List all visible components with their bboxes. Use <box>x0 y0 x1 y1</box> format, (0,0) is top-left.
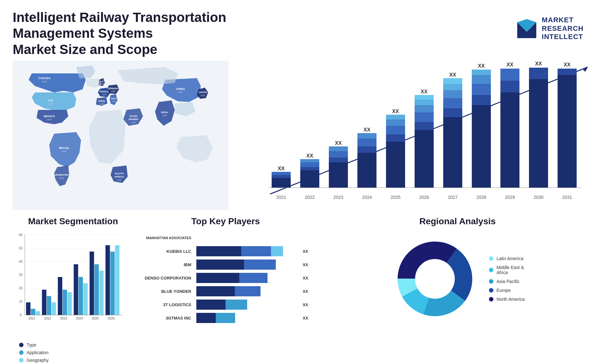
player-name: KUEBIX LLC <box>143 249 194 254</box>
svg-rect-64 <box>386 115 405 119</box>
svg-rect-124 <box>51 302 56 315</box>
player-value: XX <box>303 316 308 320</box>
svg-text:2031: 2031 <box>562 195 572 200</box>
svg-rect-91 <box>500 81 519 92</box>
donut-container: Latin America Middle East &Africa Asia P… <box>318 231 597 323</box>
svg-rect-37 <box>272 178 291 188</box>
growth-bar-chart: XX 2021 XX 2022 XX 2023 XX 2024 <box>241 61 597 210</box>
player-row-kuebix: KUEBIX LLC XX <box>143 246 308 256</box>
player-row-blueyonder: BLUE YONDER XX <box>143 286 308 296</box>
svg-text:XX: XX <box>506 62 513 67</box>
svg-text:xx%: xx% <box>131 121 135 124</box>
svg-rect-50 <box>329 151 348 158</box>
player-name: MANHATTAN ASSOCIATES <box>143 236 194 240</box>
svg-rect-120 <box>36 311 40 315</box>
svg-rect-128 <box>67 292 72 315</box>
svg-rect-87 <box>472 70 491 75</box>
regional-section: Regional Analysis <box>318 216 597 364</box>
legend-latin-america: Latin America <box>489 256 525 261</box>
svg-rect-44 <box>300 162 319 167</box>
bottom-section: Market Segmentation 60 50 40 30 20 10 0 <box>0 210 610 364</box>
svg-text:xx%: xx% <box>117 179 121 181</box>
svg-text:2022: 2022 <box>44 317 51 320</box>
svg-text:2030: 2030 <box>533 195 543 200</box>
svg-text:40: 40 <box>19 260 23 263</box>
svg-rect-85 <box>472 84 491 95</box>
seg-legend-type: Type <box>19 342 133 347</box>
svg-text:20: 20 <box>19 286 23 290</box>
svg-text:50: 50 <box>19 246 23 250</box>
svg-text:10: 10 <box>19 300 23 303</box>
svg-text:xx%: xx% <box>48 102 53 105</box>
svg-rect-56 <box>357 138 376 146</box>
player-bar-container <box>196 286 298 296</box>
seg-legend-geography: Geography <box>19 358 133 363</box>
svg-rect-127 <box>63 290 67 315</box>
player-value: XX <box>303 302 308 307</box>
regional-title: Regional Analysis <box>318 216 597 226</box>
svg-rect-67 <box>415 130 434 188</box>
player-row-manhattan: MANHATTAN ASSOCIATES <box>143 233 308 243</box>
svg-rect-140 <box>115 245 119 315</box>
svg-rect-138 <box>105 245 110 315</box>
donut-chart-svg <box>390 234 479 323</box>
svg-rect-130 <box>74 264 78 315</box>
page-header: Intelligent Railway Transportation Manag… <box>0 0 610 61</box>
svg-text:2026: 2026 <box>108 317 115 320</box>
legend-middle-east-africa: Middle East &Africa <box>489 265 525 275</box>
svg-text:2021: 2021 <box>28 317 36 320</box>
svg-text:2024: 2024 <box>76 317 83 320</box>
svg-rect-43 <box>300 167 319 170</box>
svg-rect-71 <box>415 100 434 105</box>
svg-text:2021: 2021 <box>276 195 286 200</box>
player-bar-container <box>196 313 298 323</box>
player-bar-container <box>196 273 298 283</box>
svg-rect-100 <box>558 69 577 75</box>
svg-rect-70 <box>415 105 434 112</box>
europe-dot <box>489 288 493 293</box>
svg-rect-119 <box>31 309 35 315</box>
svg-rect-134 <box>90 252 94 315</box>
svg-text:INDIA: INDIA <box>161 111 168 114</box>
svg-text:XX: XX <box>421 89 428 94</box>
seg-legend-application: Application <box>19 350 133 355</box>
svg-rect-55 <box>357 146 376 153</box>
svg-rect-57 <box>357 133 376 138</box>
donut-legend: Latin America Middle East &Africa Asia P… <box>489 256 525 302</box>
player-name: 3GTMAS INC <box>143 316 194 320</box>
svg-text:XX: XX <box>478 63 485 69</box>
svg-text:CHINA: CHINA <box>176 87 185 91</box>
svg-rect-84 <box>472 95 491 105</box>
player-row-denso: DENSO CORPORATION XX <box>143 273 308 283</box>
svg-rect-136 <box>99 271 104 315</box>
player-value: XX <box>303 262 308 267</box>
svg-rect-75 <box>443 117 462 188</box>
svg-text:xx%: xx% <box>42 80 47 83</box>
legend-europe: Europe <box>489 288 525 293</box>
svg-rect-79 <box>443 84 462 90</box>
svg-text:2026: 2026 <box>419 195 429 200</box>
svg-rect-63 <box>386 119 405 126</box>
players-list: MANHATTAN ASSOCIATES KUEBIX LLC XX IBM <box>143 231 308 323</box>
svg-text:2022: 2022 <box>305 195 315 200</box>
svg-rect-69 <box>415 112 434 122</box>
svg-rect-42 <box>300 170 319 188</box>
segmentation-title: Market Segmentation <box>13 216 133 226</box>
svg-rect-135 <box>94 264 99 315</box>
svg-rect-38 <box>272 175 291 178</box>
svg-rect-86 <box>472 75 491 84</box>
player-value: XX <box>303 276 308 280</box>
svg-text:XX: XX <box>335 140 342 146</box>
svg-text:2023: 2023 <box>60 317 67 320</box>
map-section: CANADA xx% U.S. xx% MEXICO xx% BRAZIL xx… <box>13 61 229 210</box>
svg-rect-77 <box>443 98 462 108</box>
svg-text:xx%: xx% <box>200 94 205 97</box>
latin-america-dot <box>489 256 493 261</box>
svg-text:FRANCE: FRANCE <box>99 91 109 93</box>
player-name: IBM <box>143 262 194 267</box>
logo-icon <box>516 17 538 40</box>
svg-text:U.S.: U.S. <box>48 99 54 102</box>
svg-text:XX: XX <box>535 61 542 66</box>
svg-rect-92 <box>500 69 519 81</box>
geography-dot <box>19 358 24 362</box>
